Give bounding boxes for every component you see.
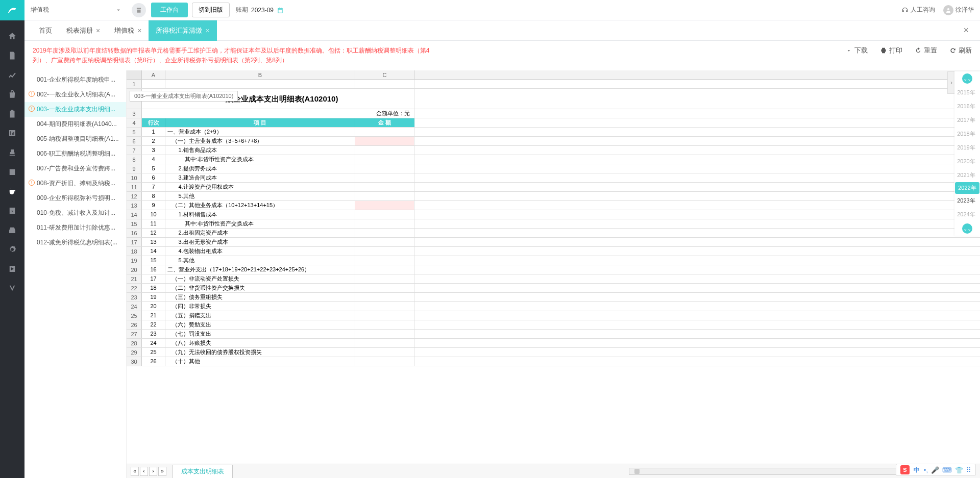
cell-item[interactable]: （一）非流动资产处置损失 (165, 274, 355, 283)
col-header-C[interactable]: C (355, 70, 414, 79)
row-header[interactable]: 22 (127, 284, 142, 292)
form-item-10[interactable]: 011-研发费用加计扣除优惠... (24, 220, 126, 235)
cell-amount[interactable] (355, 229, 414, 237)
cell-seq[interactable]: 15 (142, 256, 165, 265)
cell-item[interactable]: （二）其他业务成本（10+12+13+14+15） (165, 201, 355, 210)
cell-seq[interactable]: 22 (142, 320, 165, 329)
form-item-3[interactable]: 004-期间费用明细表(A1040... (24, 117, 126, 132)
cell-item[interactable]: （九）无法收回的债券股权投资损失 (165, 348, 355, 357)
module-dropdown[interactable]: 增值税 (31, 6, 121, 14)
tab-close-icon[interactable]: × (205, 27, 209, 35)
cell-item[interactable]: 5.其他 (165, 192, 355, 200)
nav-stamp-icon[interactable] (0, 143, 24, 162)
cell-amount[interactable] (355, 173, 414, 182)
tab-2[interactable]: 增值税× (107, 20, 149, 41)
ime-lang[interactable]: 中 (914, 466, 920, 474)
sheet-nav-first[interactable]: « (131, 467, 139, 476)
print-button[interactable]: 打印 (880, 46, 902, 55)
cell-item[interactable]: （一）主营业务成本（3+5+6+7+8） (165, 137, 355, 145)
col-header-A[interactable]: A (142, 70, 165, 79)
row-header[interactable]: 11 (127, 183, 142, 191)
cell-amount[interactable] (355, 128, 414, 136)
cell-item[interactable]: 一、营业成本（2+9） (165, 128, 355, 136)
sheet-nav-next[interactable]: › (149, 467, 157, 476)
year-2017年[interactable]: 2017年 (955, 113, 979, 127)
cell-seq[interactable]: 11 (142, 219, 165, 228)
row-header[interactable]: 30 (127, 357, 142, 366)
form-item-1[interactable]: !002-一般企业收入明细表(A... (24, 87, 126, 102)
ime-voice-icon[interactable]: 🎤 (931, 466, 939, 474)
row-header[interactable]: 19 (127, 256, 142, 265)
reset-button[interactable]: 重置 (915, 46, 937, 55)
row-header[interactable]: 24 (127, 302, 142, 311)
cell-amount[interactable] (355, 247, 414, 256)
cell-amount[interactable] (355, 284, 414, 292)
year-2015年[interactable]: 2015年 (955, 86, 979, 99)
row-header[interactable]: 7 (127, 146, 142, 155)
cell-amount[interactable] (355, 348, 414, 357)
cell-seq[interactable]: 9 (142, 201, 165, 210)
year-2020年[interactable]: 2020年 (955, 155, 979, 168)
col-header-B[interactable]: B (165, 70, 355, 79)
row-header[interactable]: 25 (127, 311, 142, 320)
tab-3[interactable]: 所得税汇算清缴× (149, 20, 216, 41)
year-2018年[interactable]: 2018年 (955, 127, 979, 141)
cell-seq[interactable]: 14 (142, 247, 165, 256)
cell-item[interactable]: （四）非常损失 (165, 302, 355, 311)
tab-close-icon[interactable]: × (137, 27, 141, 35)
sheet-nav-last[interactable]: » (158, 467, 166, 476)
year-scroll-down[interactable]: ⌄⌄ (962, 223, 972, 234)
cell-seq[interactable]: 17 (142, 274, 165, 283)
nav-home-icon[interactable] (0, 27, 24, 46)
cell-amount[interactable] (355, 238, 414, 246)
cell-amount[interactable] (355, 357, 414, 366)
cell-seq[interactable]: 19 (142, 293, 165, 301)
nav-doc-icon[interactable] (0, 46, 24, 65)
year-2024年[interactable]: 2024年 (955, 208, 979, 221)
year-2022年[interactable]: 2022年 (955, 182, 979, 194)
form-item-6[interactable]: 007-广告费和业务宣传费跨... (24, 161, 126, 176)
cell-amount[interactable] (355, 311, 414, 320)
row-header[interactable]: 27 (127, 330, 142, 338)
ime-skin-icon[interactable]: 👕 (955, 466, 963, 474)
row-header[interactable]: 9 (127, 164, 142, 173)
cell-amount[interactable] (355, 320, 414, 329)
sheet-tab[interactable]: 成本支出明细表 (173, 465, 233, 478)
cell-item[interactable]: （五）捐赠支出 (165, 311, 355, 320)
user-menu[interactable]: 徐泽华 (943, 5, 974, 15)
cell-seq[interactable]: 12 (142, 229, 165, 237)
nav-calendar-icon[interactable] (0, 162, 24, 182)
cell-amount[interactable] (355, 164, 414, 173)
year-2021年[interactable]: 2021年 (955, 168, 979, 182)
app-logo[interactable] (0, 0, 24, 20)
cell-item[interactable]: 1.销售商品成本 (165, 146, 355, 155)
cell-amount[interactable] (355, 183, 414, 191)
close-all-tabs[interactable]: × (959, 25, 973, 36)
cell-item[interactable]: （二）非货币性资产交换损失 (165, 284, 355, 292)
cell-seq[interactable]: 6 (142, 173, 165, 182)
cell-seq[interactable]: 18 (142, 284, 165, 292)
form-item-5[interactable]: 006-职工薪酬纳税调整明细... (24, 146, 126, 161)
cell-item[interactable]: 5.其他 (165, 256, 355, 265)
row-header[interactable]: 21 (127, 274, 142, 283)
row-header[interactable]: 20 (127, 265, 142, 274)
calendar-icon[interactable] (277, 7, 284, 14)
cell-item[interactable]: 其中:非货币性资产交换成本 (165, 219, 355, 228)
row-header[interactable]: 17 (127, 238, 142, 246)
sheet-nav-prev[interactable]: ‹ (140, 467, 148, 476)
cell-seq[interactable]: 3 (142, 146, 165, 155)
year-2023年[interactable]: 2023年 (955, 194, 979, 208)
cell-item[interactable]: （七）罚没支出 (165, 330, 355, 338)
row-header[interactable]: 14 (127, 210, 142, 219)
nav-chart-icon[interactable] (0, 65, 24, 85)
row-header[interactable]: 13 (127, 201, 142, 210)
cell-item[interactable]: 2.提供劳务成本 (165, 164, 355, 173)
row-header[interactable]: 28 (127, 339, 142, 347)
row-header[interactable]: 8 (127, 155, 142, 164)
cell-item[interactable]: 3.建造合同成本 (165, 173, 355, 182)
cell-amount[interactable] (355, 339, 414, 347)
row-header[interactable]: 23 (127, 293, 142, 301)
refresh-button[interactable]: 刷新 (949, 46, 972, 55)
switch-old-button[interactable]: 切到旧版 (192, 3, 230, 17)
cell-seq[interactable]: 26 (142, 357, 165, 366)
